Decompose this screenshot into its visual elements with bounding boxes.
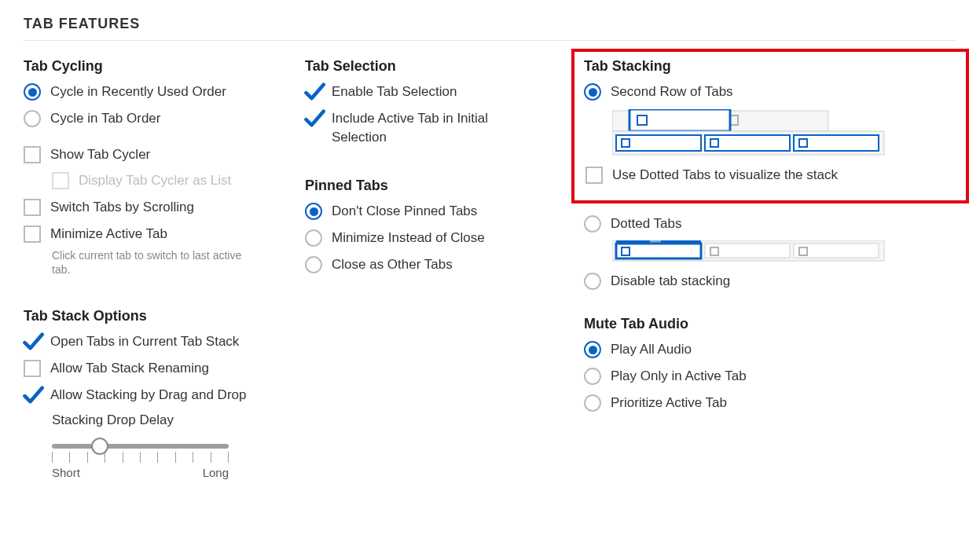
radio-label: Play Only in Active Tab [611,367,747,386]
checkbox-include-active-tab[interactable]: Include Active Tab in Initial Selection [305,109,584,147]
section-title: TAB FEATURES [24,16,956,32]
columns: Tab Cycling Cycle in Recently Used Order… [24,58,956,511]
radio-minimize-instead[interactable]: Minimize Instead of Close [305,229,584,247]
checkbox-minimize-active-tab[interactable]: Minimize Active Tab [24,225,305,244]
radio-prioritize-active[interactable]: Prioritize Active Tab [584,394,956,412]
slider-ends: Short Long [52,466,229,479]
checkbox-label: Use Dotted Tabs to visualize the stack [612,166,838,185]
checkbox-display-as-list: Display Tab Cycler as List [52,171,305,190]
checkbox-label: Display Tab Cycler as List [79,171,231,190]
radio-dont-close-pinned[interactable]: Don't Close Pinned Tabs [305,202,584,221]
checkbox-label: Show Tab Cycler [50,145,150,164]
checkbox-label: Minimize Active Tab [50,225,167,244]
radio-dotted-tabs[interactable]: Dotted Tabs [584,214,956,233]
radio-icon [305,203,322,220]
tab-stacking-highlight: Tab Stacking Second Row of Tabs [571,49,969,203]
radio-icon [24,83,41,101]
slider-label: Stacking Drop Delay [52,412,305,428]
checkbox-icon [24,146,41,163]
radio-cycle-in-order[interactable]: Cycle in Tab Order [24,109,305,128]
radio-label: Minimize Instead of Close [332,229,485,247]
checkbox-label: Open Tabs in Current Tab Stack [50,332,239,351]
tab-cycling-title: Tab Cycling [24,58,305,75]
checkbox-icon [24,360,41,377]
radio-icon [584,394,601,412]
slider-track [52,444,229,449]
radio-cycle-recently-used[interactable]: Cycle in Recently Used Order [24,82,305,101]
svg-rect-2 [629,109,730,131]
radio-icon [584,341,601,358]
radio-play-all-audio[interactable]: Play All Audio [584,340,956,359]
radio-icon [584,368,601,385]
checkbox-show-tab-cycler[interactable]: Show Tab Cycler [24,145,305,164]
mute-tab-audio-group: Mute Tab Audio Play All Audio Play Only … [584,316,956,412]
checkbox-enable-tab-selection[interactable]: Enable Tab Selection [305,82,584,101]
checkbox-icon [52,172,69,189]
minimize-help-text: Click current tab to switch to last acti… [52,248,256,277]
tab-stack-options-group: Tab Stack Options Open Tabs in Current T… [24,308,305,478]
pinned-tabs-group: Pinned Tabs Don't Close Pinned Tabs Mini… [305,178,584,273]
radio-label: Close as Other Tabs [332,255,453,274]
radio-label: Second Row of Tabs [611,82,733,101]
radio-icon [584,215,601,233]
radio-play-only-active[interactable]: Play Only in Active Tab [584,367,956,386]
tab-selection-title: Tab Selection [305,58,584,75]
checkbox-label: Include Active Tab in Initial Selection [332,109,544,147]
checkbox-label: Enable Tab Selection [332,82,457,101]
second-row-tabs-diagram [612,109,956,156]
checkbox-icon [24,225,41,243]
radio-icon [584,83,601,101]
radio-label: Prioritize Active Tab [611,394,727,412]
radio-close-as-other[interactable]: Close as Other Tabs [305,255,584,274]
radio-label: Play All Audio [611,340,692,359]
checkbox-label: Allow Stacking by Drag and Drop [50,386,246,405]
checkbox-use-dotted-tabs[interactable]: Use Dotted Tabs to visualize the stack [584,166,956,185]
radio-second-row-of-tabs[interactable]: Second Row of Tabs [584,82,956,101]
dotted-tabs-diagram [612,240,956,262]
tab-stacking-title: Tab Stacking [584,58,956,75]
checkbox-label: Allow Tab Stack Renaming [50,359,209,378]
stack-options-title: Tab Stack Options [24,308,305,324]
checkbox-icon [305,110,322,127]
radio-icon [305,256,322,273]
slider-thumb [91,438,108,455]
radio-icon [24,110,41,127]
mute-audio-title: Mute Tab Audio [584,316,956,332]
checkbox-allow-renaming[interactable]: Allow Tab Stack Renaming [24,359,305,378]
checkbox-icon [585,167,603,184]
slider-min-label: Short [52,466,80,479]
checkbox-allow-drag-drop[interactable]: Allow Stacking by Drag and Drop [24,386,305,405]
tab-selection-group: Tab Selection Enable Tab Selection Inclu… [305,58,584,146]
checkbox-open-in-current-stack[interactable]: Open Tabs in Current Tab Stack [24,332,305,351]
slider-max-label: Long [203,466,229,479]
radio-label: Cycle in Tab Order [50,109,160,128]
radio-disable-tab-stacking[interactable]: Disable tab stacking [584,272,956,291]
radio-label: Disable tab stacking [611,272,730,291]
tab-cycling-group: Tab Cycling Cycle in Recently Used Order… [24,58,305,277]
radio-label: Dotted Tabs [611,214,681,233]
checkbox-switch-by-scrolling[interactable]: Switch Tabs by Scrolling [24,198,305,217]
checkbox-icon [305,83,322,101]
checkbox-icon [24,387,41,404]
radio-icon [305,229,322,247]
checkbox-icon [24,333,41,350]
pinned-tabs-title: Pinned Tabs [305,178,584,194]
drop-delay-slider[interactable] [52,436,229,456]
stacking-drop-delay: Stacking Drop Delay Short Long [52,412,305,479]
checkbox-label: Switch Tabs by Scrolling [50,198,194,217]
radio-icon [584,273,601,290]
divider [24,40,956,41]
checkbox-icon [24,199,41,216]
radio-label: Don't Close Pinned Tabs [332,202,477,221]
radio-label: Cycle in Recently Used Order [50,82,226,101]
